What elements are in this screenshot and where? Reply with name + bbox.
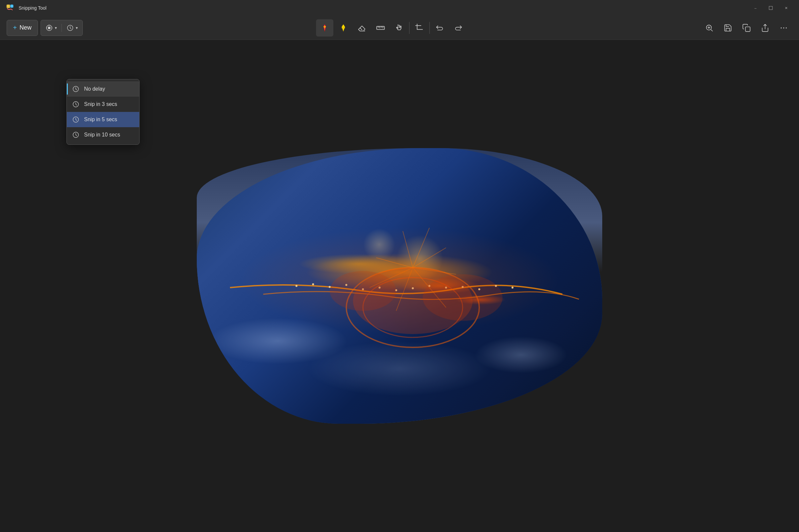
minimize-button[interactable]: – bbox=[748, 1, 763, 15]
ruler-icon bbox=[376, 23, 385, 33]
eraser-icon bbox=[357, 23, 367, 33]
3-secs-label: Snip in 3 secs bbox=[84, 101, 117, 107]
no-delay-label: No delay bbox=[84, 86, 105, 92]
crop-divider bbox=[430, 22, 430, 34]
main-content: No delay Snip in 3 secs Snip in 5 secs bbox=[0, 40, 799, 532]
svg-point-13 bbox=[781, 27, 782, 28]
eraser-tool-button[interactable] bbox=[353, 19, 370, 37]
share-button[interactable] bbox=[757, 19, 774, 37]
svg-point-33 bbox=[330, 271, 396, 311]
5-secs-label: Snip in 5 secs bbox=[84, 117, 117, 122]
snip-mode-group: ▾ ▾ bbox=[40, 20, 83, 36]
redo-icon bbox=[454, 23, 462, 32]
new-button[interactable]: + New bbox=[7, 20, 38, 36]
svg-rect-9 bbox=[342, 26, 345, 28]
svg-point-15 bbox=[786, 27, 787, 28]
clock-icon bbox=[67, 24, 74, 32]
delay-10-secs-item[interactable]: Snip in 10 secs bbox=[67, 127, 139, 142]
app-icon bbox=[5, 3, 15, 13]
highlighter-icon bbox=[339, 23, 348, 33]
city-detail-svg bbox=[197, 148, 602, 424]
svg-point-18 bbox=[295, 285, 297, 287]
drawing-tools bbox=[86, 19, 698, 37]
plus-icon: + bbox=[13, 24, 17, 32]
delay-3-secs-item[interactable]: Snip in 3 secs bbox=[67, 97, 139, 112]
svg-rect-1 bbox=[10, 5, 13, 8]
highlighter-tool-button[interactable] bbox=[335, 19, 352, 37]
save-button[interactable] bbox=[719, 19, 737, 37]
svg-marker-6 bbox=[324, 24, 326, 31]
delay-dropdown: No delay Snip in 3 secs Snip in 5 secs bbox=[67, 79, 140, 145]
zoom-in-icon bbox=[705, 23, 713, 32]
maximize-button[interactable] bbox=[763, 1, 778, 15]
new-label: New bbox=[20, 24, 32, 31]
svg-rect-10 bbox=[377, 26, 384, 29]
svg-point-14 bbox=[783, 27, 784, 28]
ruler-tool-button[interactable] bbox=[372, 19, 389, 37]
svg-marker-7 bbox=[324, 26, 326, 27]
svg-rect-0 bbox=[7, 5, 10, 8]
clock-no-delay-icon bbox=[72, 86, 79, 93]
clock-10secs-icon bbox=[72, 131, 79, 138]
snip-mode-button[interactable]: ▾ bbox=[41, 20, 61, 36]
snip-canvas bbox=[197, 148, 602, 424]
zoom-in-button[interactable] bbox=[701, 19, 718, 37]
toolbar: + New ▾ ▾ bbox=[0, 16, 799, 40]
snip-mode-icon bbox=[46, 24, 53, 32]
delay-chevron: ▾ bbox=[76, 25, 78, 30]
svg-rect-12 bbox=[745, 26, 750, 31]
more-button[interactable] bbox=[775, 19, 792, 37]
svg-point-31 bbox=[511, 287, 513, 289]
clock-3secs-icon bbox=[72, 101, 79, 108]
touch-tool-button[interactable] bbox=[391, 19, 408, 37]
svg-point-34 bbox=[423, 274, 503, 321]
right-tools bbox=[701, 19, 792, 37]
svg-rect-4 bbox=[48, 26, 50, 29]
delay-button[interactable]: ▾ bbox=[62, 20, 83, 36]
share-icon bbox=[761, 23, 769, 32]
undo-icon bbox=[435, 23, 444, 32]
tools-divider bbox=[409, 22, 410, 34]
svg-point-19 bbox=[312, 283, 314, 285]
ballpoint-icon bbox=[320, 23, 329, 33]
more-icon bbox=[779, 23, 788, 32]
copy-icon bbox=[742, 23, 751, 32]
delay-5-secs-item[interactable]: Snip in 5 secs bbox=[67, 112, 139, 127]
titlebar: Snipping Tool – ✕ bbox=[0, 0, 799, 16]
touch-icon bbox=[395, 23, 404, 33]
10-secs-label: Snip in 10 secs bbox=[84, 132, 120, 138]
crop-icon bbox=[415, 23, 424, 33]
app-title: Snipping Tool bbox=[19, 5, 47, 11]
crop-tool-button[interactable] bbox=[411, 19, 428, 37]
save-icon bbox=[724, 23, 732, 32]
clock-5secs-icon bbox=[72, 116, 79, 123]
ballpoint-tool-button[interactable] bbox=[316, 19, 333, 37]
window-controls: – ✕ bbox=[748, 1, 794, 15]
snip-mode-chevron: ▾ bbox=[55, 25, 57, 30]
svg-rect-2 bbox=[769, 6, 773, 10]
copy-button[interactable] bbox=[738, 19, 755, 37]
close-button[interactable]: ✕ bbox=[778, 1, 794, 15]
delay-no-delay-item[interactable]: No delay bbox=[67, 81, 139, 97]
undo-button[interactable] bbox=[431, 19, 448, 37]
redo-button[interactable] bbox=[450, 19, 467, 37]
